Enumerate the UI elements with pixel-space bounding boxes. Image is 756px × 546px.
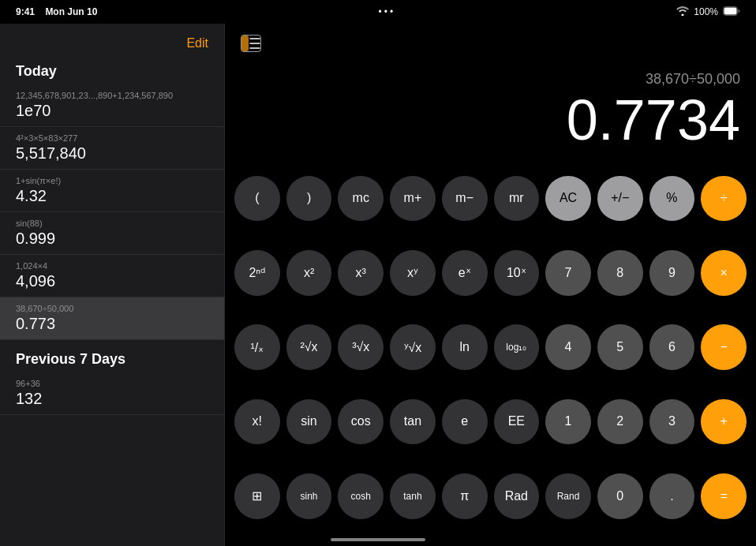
calc-btn-cos[interactable]: cos [338,399,384,445]
calc-btn-sin[interactable]: sin [286,399,332,445]
history-result: 5,517,840 [16,144,208,163]
button-grid: ()mcm+m−mrAC+/−%÷2ⁿᵈx²x³xʸeˣ10ˣ789×¹/ₓ²√… [225,158,756,546]
svg-rect-1 [724,7,736,14]
calc-btn-_[interactable]: = [701,473,747,519]
wifi-icon [676,6,689,18]
sidebar-header: Edit [0,24,224,57]
calc-btn-x_[interactable]: x! [234,399,280,445]
calc-btn-m_[interactable]: m+ [390,176,436,222]
calc-btn-2__[interactable]: 2ⁿᵈ [234,250,280,296]
battery-text: 100% [694,6,718,17]
calc-btn-3[interactable]: 3 [649,399,695,445]
edit-button[interactable]: Edit [186,36,208,50]
calc-btn-5[interactable]: 5 [597,324,643,370]
battery-icon [723,6,740,18]
calc-btn-x_[interactable]: x² [286,250,332,296]
calc-btn-8[interactable]: 8 [597,250,643,296]
display: 38,670÷50,000 0.7734 [225,63,756,158]
calc-btn-Rad[interactable]: Rad [494,473,540,519]
calc-btn-e[interactable]: e [442,399,488,445]
history-expression: 12,345,678,901,23...,890+1,234,567,890 [16,91,208,100]
history-item[interactable]: 1,024×4 4,096 [0,255,224,297]
history-item[interactable]: 12,345,678,901,23...,890+1,234,567,890 1… [0,84,224,127]
home-indicator [331,538,425,541]
calc-btn-tan[interactable]: tan [390,399,436,445]
history-expression: 96+36 [16,379,208,388]
history-result: 132 [16,390,208,408]
calc-btn-__x[interactable]: ²√x [286,324,332,370]
calc-btn-tanh[interactable]: tanh [390,473,436,519]
calc-btn-sinh[interactable]: sinh [286,473,332,519]
calc-btn-___[interactable]: +/− [597,176,643,222]
calc-btn-_[interactable]: ) [286,176,332,222]
calc-btn-m_[interactable]: m− [442,176,488,222]
calc-btn-_[interactable]: % [649,176,695,222]
calc-btn-_[interactable]: ÷ [701,176,747,222]
today-section-title: Today [0,57,224,84]
calc-btn-1[interactable]: 1 [545,399,591,445]
history-result: 0.999 [16,230,208,248]
calc-btn-4[interactable]: 4 [545,324,591,370]
history-expression: 1,024×4 [16,261,208,271]
calc-btn-ln[interactable]: ln [442,324,488,370]
calc-btn-10_[interactable]: 10ˣ [494,250,540,296]
history-sidebar: Edit Today 12,345,678,901,23...,890+1,23… [0,24,225,546]
history-item[interactable]: 38,670÷50,000 0.773 [0,297,224,340]
status-indicators: 100% [676,6,740,18]
history-expression: 38,670÷50,000 [16,304,208,313]
calc-btn-_[interactable]: − [701,324,747,370]
calc-btn-x_[interactable]: x³ [338,250,384,296]
calc-btn-x_[interactable]: xʸ [390,250,436,296]
status-bar: 9:41 Mon Jun 10 ••• 100% [0,0,756,24]
calculator-main: 38,670÷50,000 0.7734 ()mcm+m−mrAC+/−%÷2ⁿ… [225,63,756,546]
history-result: 4.32 [16,187,208,205]
display-expression: 38,670÷50,000 [241,71,740,88]
calc-btn-AC[interactable]: AC [545,176,591,222]
status-time: 9:41 Mon Jun 10 [16,6,97,17]
sidebar-toggle-button[interactable] [241,35,261,52]
history-expression: sin(88) [16,219,208,228]
calc-btn-___[interactable]: ¹/ₓ [234,324,280,370]
calc-btn-mc[interactable]: mc [338,176,384,222]
history-expression: 4²×3×5×83×277 [16,133,208,143]
calc-btn-_[interactable]: + [701,399,747,445]
calc-btn-0[interactable]: 0 [597,473,643,519]
calc-btn-__x[interactable]: ³√x [338,324,384,370]
history-item[interactable]: 1+sin(π×e!) 4.32 [0,170,224,212]
history-item[interactable]: sin(88) 0.999 [0,212,224,255]
history-expression: 1+sin(π×e!) [16,176,208,185]
calc-btn-9[interactable]: 9 [649,250,695,296]
calc-btn-_[interactable]: ⊞ [234,473,280,519]
calc-btn-Rand[interactable]: Rand [545,473,591,519]
history-result: 1e70 [16,102,208,120]
calc-btn-_[interactable]: ( [234,176,280,222]
calc-btn-EE[interactable]: EE [494,399,540,445]
calc-btn-7[interactable]: 7 [545,250,591,296]
calc-btn-_[interactable]: π [442,473,488,519]
history-result: 4,096 [16,272,208,290]
history-item[interactable]: 4²×3×5×83×277 5,517,840 [0,127,224,170]
calc-btn-mr[interactable]: mr [494,176,540,222]
status-dots: ••• [379,6,396,17]
previous-section-title: Previous 7 Days [0,340,224,372]
calc-btn-2[interactable]: 2 [597,399,643,445]
calc-btn-_[interactable]: × [701,250,747,296]
calc-btn-log__[interactable]: log₁₀ [494,324,540,370]
calc-btn-_[interactable]: . [649,473,695,519]
history-item[interactable]: 96+36 132 [0,372,224,415]
calc-btn-e_[interactable]: eˣ [442,250,488,296]
display-result: 0.7734 [241,89,740,151]
history-list: 12,345,678,901,23...,890+1,234,567,890 1… [0,84,224,340]
prev-history-list: 96+36 132 [0,372,224,415]
calc-btn-cosh[interactable]: cosh [338,473,384,519]
svg-rect-3 [241,36,249,51]
top-toolbar [225,24,756,63]
calc-btn-__x[interactable]: ʸ√x [390,324,436,370]
history-result: 0.773 [16,315,208,333]
calc-btn-6[interactable]: 6 [649,324,695,370]
